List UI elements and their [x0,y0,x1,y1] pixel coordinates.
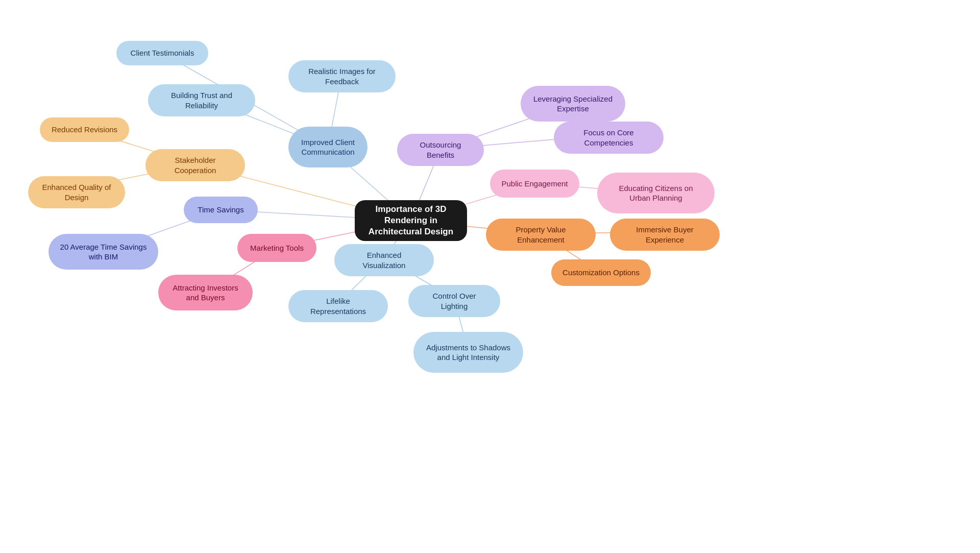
control-lighting-node[interactable]: Control Over Lighting [408,285,500,317]
leveraging-node[interactable]: Leveraging Specialized Expertise [521,86,625,122]
enhanced-viz-node[interactable]: Enhanced Visualization [334,244,434,276]
educating-citizens-node[interactable]: Educating Citizens on Urban Planning [597,173,715,213]
avg-time-savings-node[interactable]: 20 Average Time Savings with BIM [48,234,158,270]
outsourcing-node[interactable]: Outsourcing Benefits [397,134,484,166]
marketing-tools-node[interactable]: Marketing Tools [237,234,316,262]
building-trust-node[interactable]: Building Trust and Reliability [148,84,255,116]
attracting-investors-node[interactable]: Attracting Investors and Buyers [158,275,253,310]
adjustments-shadows-node[interactable]: Adjustments to Shadows and Light Intensi… [413,332,523,373]
center-node[interactable]: Importance of 3D Rendering in Architectu… [355,200,467,241]
property-value-node[interactable]: Property Value Enhancement [486,219,596,251]
customization-node[interactable]: Customization Options [551,259,651,286]
enhanced-quality-node[interactable]: Enhanced Quality of Design [28,176,125,208]
improved-client-node[interactable]: Improved Client Communication [288,127,368,167]
stakeholder-node[interactable]: Stakeholder Cooperation [145,149,245,181]
public-engagement-node[interactable]: Public Engagement [490,170,579,198]
realistic-images-node[interactable]: Realistic Images for Feedback [288,60,396,92]
immersive-buyer-node[interactable]: Immersive Buyer Experience [610,219,720,251]
mind-map-connections [0,0,980,553]
focus-core-node[interactable]: Focus on Core Competencies [554,122,664,154]
time-savings-node[interactable]: Time Savings [184,197,258,223]
client-testimonials-node[interactable]: Client Testimonials [116,41,208,65]
reduced-revisions-node[interactable]: Reduced Revisions [40,117,129,142]
lifelike-node[interactable]: Lifelike Representations [288,290,388,322]
